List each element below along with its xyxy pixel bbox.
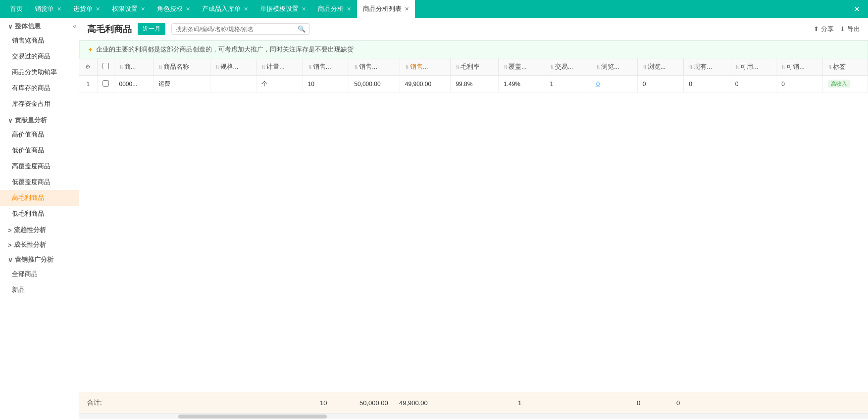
- sidebar-group-marketing[interactable]: ∨ 营销推广分析: [0, 251, 79, 266]
- sidebar-group-contribution[interactable]: ∨ 贡献量分析: [0, 112, 79, 127]
- info-bar: ✦ 企业的主要的利润都是这部分商品创造的，可考虑加大推广，同时关注库存是不要出现…: [79, 41, 868, 58]
- footer-view1: [553, 401, 592, 405]
- sidebar-item-high-margin[interactable]: 高毛利商品: [0, 190, 79, 206]
- nav-product-analysis[interactable]: 商品分析 ✕: [312, 0, 357, 18]
- header-actions: ⬆ 分享 ⬇ 导出: [814, 25, 860, 34]
- sidebar-item-in-stock[interactable]: 有库存的商品: [0, 80, 79, 96]
- close-window-button[interactable]: ✕: [850, 4, 864, 14]
- nav-template-settings[interactable]: 单据模板设置 ✕: [254, 0, 312, 18]
- nav-product-analysis-list[interactable]: 商品分析列表 ✕: [357, 0, 415, 18]
- close-product-inbound[interactable]: ✕: [244, 6, 248, 12]
- sidebar-collapse-button[interactable]: «: [73, 22, 77, 30]
- info-message: 企业的主要的利润都是这部分商品创造的，可考虑加大推广，同时关注库存是不要出现缺货: [96, 45, 354, 54]
- main-area: « ∨ 整体信息 销售览商品 交易过的商品 商品分类助销率 有库存的商品 库存资…: [0, 18, 868, 419]
- cell-tag: 高收入: [822, 76, 868, 93]
- export-button[interactable]: ⬇ 导出: [840, 25, 860, 34]
- col-gross-margin[interactable]: ⇅毛利率: [451, 58, 499, 76]
- nav-role-auth[interactable]: 角色授权 ✕: [151, 0, 196, 18]
- cell-unit: 个: [256, 76, 303, 93]
- search-icon[interactable]: 🔍: [298, 25, 306, 33]
- col-current-stock[interactable]: ⇅现有...: [684, 58, 730, 76]
- chevron-down-icon-2: ∨: [8, 117, 13, 124]
- view1-link[interactable]: 0: [596, 80, 600, 88]
- sidebar-item-low-value[interactable]: 低价值商品: [0, 142, 79, 158]
- col-sales-amount[interactable]: ⇅销售...: [349, 58, 400, 76]
- close-template-settings[interactable]: ✕: [302, 6, 306, 12]
- col-sales-qty[interactable]: ⇅销售...: [303, 58, 349, 76]
- cell-sales-profit: 49,900.00: [400, 76, 451, 93]
- cell-current-stock: 0: [684, 76, 730, 93]
- col-coverage[interactable]: ⇅覆盖...: [498, 58, 545, 76]
- sidebar-item-category-rate[interactable]: 商品分类助销率: [0, 64, 79, 80]
- horizontal-scrollbar[interactable]: [79, 413, 868, 419]
- search-input[interactable]: [176, 26, 295, 33]
- sidebar-item-high-value[interactable]: 高价值商品: [0, 127, 79, 142]
- select-all-checkbox[interactable]: [102, 63, 109, 69]
- sidebar-item-stock-capital[interactable]: 库存资金占用: [0, 96, 79, 112]
- footer-available-stock: 0: [671, 397, 711, 409]
- col-sales-profit[interactable]: ⇅销售...: [400, 58, 451, 76]
- col-checkbox[interactable]: [97, 58, 114, 76]
- sidebar-item-low-margin[interactable]: 低毛利商品: [0, 206, 79, 222]
- col-trade-count[interactable]: ⇅交易...: [545, 58, 591, 76]
- footer-label: 合计:: [87, 396, 186, 409]
- footer-sales-profit: 49,900.00: [394, 397, 434, 409]
- col-view1[interactable]: ⇅浏览...: [591, 58, 638, 76]
- col-code[interactable]: ⇅商...: [114, 58, 153, 76]
- sidebar: « ∨ 整体信息 销售览商品 交易过的商品 商品分类助销率 有库存的商品 库存资…: [0, 18, 79, 419]
- page-title: 高毛利商品: [87, 23, 132, 35]
- col-settings[interactable]: ⚙: [79, 58, 97, 76]
- content-header: 高毛利商品 近一月 🔍 ⬆ 分享 ⬇ 导出: [79, 18, 868, 41]
- cell-trade-count: 1: [545, 76, 591, 93]
- table-wrapper[interactable]: ⚙ ⇅商... ⇅商品名称 ⇅规格... ⇅计量... ⇅销售... ⇅销售..…: [79, 58, 868, 392]
- close-role-auth[interactable]: ✕: [186, 6, 190, 12]
- sidebar-group-growth[interactable]: > 成长性分析: [0, 236, 79, 251]
- sidebar-item-traded[interactable]: 交易过的商品: [0, 48, 79, 64]
- filter-date-button[interactable]: 近一月: [138, 23, 165, 35]
- nav-product-inbound[interactable]: 产成品入库单 ✕: [196, 0, 254, 18]
- footer-sales-qty: 10: [315, 397, 355, 409]
- sidebar-item-sales-view[interactable]: 销售览商品: [0, 33, 79, 48]
- footer-view2: [592, 401, 632, 405]
- close-purchase-order[interactable]: ✕: [96, 6, 100, 12]
- col-name[interactable]: ⇅商品名称: [153, 58, 210, 76]
- cell-available-stock: 0: [730, 76, 776, 93]
- top-navigation: 首页 销货单 ✕ 进货单 ✕ 权限设置 ✕ 角色授权 ✕ 产成品入库单 ✕ 单据…: [0, 0, 868, 18]
- row-checkbox[interactable]: [97, 76, 114, 93]
- sidebar-item-high-coverage[interactable]: 高覆盖度商品: [0, 158, 79, 174]
- col-view2[interactable]: ⇅浏览...: [637, 58, 684, 76]
- chevron-down-icon-3: ∨: [8, 256, 13, 264]
- col-unit[interactable]: ⇅计量...: [256, 58, 303, 76]
- nav-sales-order[interactable]: 销货单 ✕: [29, 0, 67, 18]
- close-sales-order[interactable]: ✕: [57, 6, 61, 12]
- search-box: 🔍: [171, 23, 310, 35]
- col-tag[interactable]: ⇅标签: [822, 58, 868, 76]
- col-sellable[interactable]: ⇅可销...: [776, 58, 823, 76]
- col-available-stock[interactable]: ⇅可用...: [730, 58, 776, 76]
- close-product-analysis[interactable]: ✕: [347, 6, 351, 12]
- footer-gross-margin: [434, 401, 473, 405]
- footer-sales-amount: 50,000.00: [355, 397, 394, 409]
- share-button[interactable]: ⬆ 分享: [814, 25, 834, 34]
- close-permission-settings[interactable]: ✕: [141, 6, 145, 12]
- close-product-analysis-list[interactable]: ✕: [405, 6, 409, 12]
- nav-purchase-order[interactable]: 进货单 ✕: [67, 0, 106, 18]
- nav-home[interactable]: 首页: [4, 0, 29, 18]
- cell-gross-margin: 99.8%: [451, 76, 499, 93]
- sidebar-item-low-coverage[interactable]: 低覆盖度商品: [0, 174, 79, 190]
- footer-sellable: [711, 401, 751, 405]
- row-select-checkbox[interactable]: [102, 80, 109, 87]
- sidebar-item-all-products[interactable]: 全部商品: [0, 266, 79, 282]
- cell-code: 0000...: [114, 76, 153, 93]
- share-icon: ⬆: [814, 25, 819, 33]
- sidebar-group-trend[interactable]: > 流趋性分析: [0, 222, 79, 236]
- cell-sellable: 0: [776, 76, 823, 93]
- cell-spec: [210, 76, 256, 93]
- row-num: 1: [79, 76, 97, 93]
- sidebar-group-overall[interactable]: ∨ 整体信息: [0, 18, 79, 33]
- nav-permission-settings[interactable]: 权限设置 ✕: [106, 0, 151, 18]
- sidebar-item-new-products[interactable]: 新品: [0, 282, 79, 298]
- scroll-thumb[interactable]: [178, 415, 327, 419]
- cell-view1[interactable]: 0: [591, 76, 638, 93]
- col-spec[interactable]: ⇅规格...: [210, 58, 256, 76]
